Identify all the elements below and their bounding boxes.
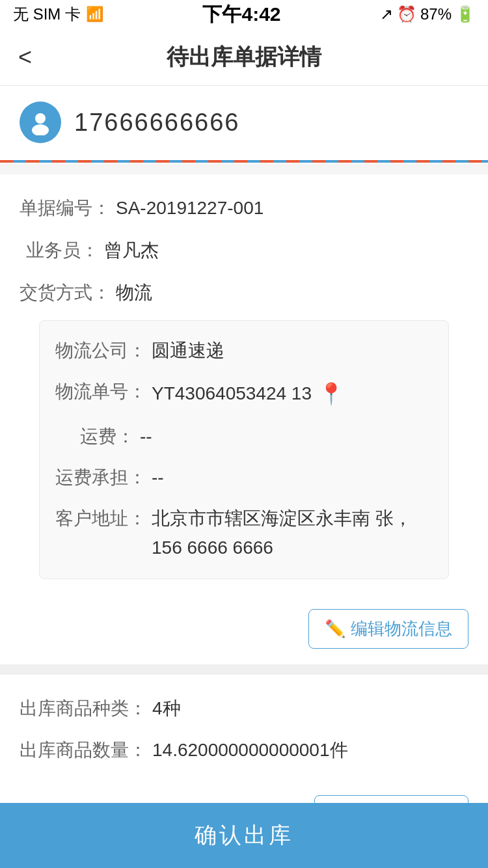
edit-icon: ✏️ [325,619,346,639]
document-value: SA-20191227-001 [116,194,468,223]
delivery-label: 交货方式： [20,278,116,308]
goods-section: 出库商品种类： 4种 出库商品数量： 14.620000000000001件 [0,675,488,785]
logistics-company-row: 物流公司： 圆通速递 [55,336,433,366]
location-status-icon: ↗ [380,5,393,23]
goods-quantity-label: 出库商品数量： [20,736,152,765]
logistics-company-value: 圆通速递 [152,336,433,366]
page-title: 待出库单据详情 [167,42,321,72]
map-pin-icon[interactable]: 📍 [318,377,344,411]
salesperson-row: 业务员： 曾凡杰 [20,236,468,265]
dashed-divider [0,159,488,164]
wifi-icon: 📶 [86,6,103,23]
back-button[interactable]: < [18,44,32,71]
battery-icon: 🔋 [455,5,475,23]
status-left: 无 SIM 卡 📶 [13,4,103,25]
logistics-tracking-value: YT43064053424 13 📍 [152,377,433,411]
goods-types-row: 出库商品种类： 4种 [20,694,468,724]
freight-value: -- [140,422,433,452]
document-label: 单据编号： [20,194,116,223]
freight-label: 运费： [55,422,140,452]
avatar-icon [27,109,53,135]
freight-row: 运费： -- [55,422,433,452]
salesperson-value: 曾凡杰 [104,236,468,265]
freight-bearer-value: -- [152,463,433,493]
battery-label: 87% [420,5,452,23]
logistics-tracking-row: 物流单号： YT43064053424 13 📍 [55,377,433,411]
edit-logistics-label: 编辑物流信息 [351,617,452,640]
salesperson-label: 业务员： [20,236,104,265]
goods-quantity-row: 出库商品数量： 14.620000000000001件 [20,736,468,765]
goods-types-label: 出库商品种类： [20,694,152,724]
delivery-row: 交货方式： 物流 [20,278,468,308]
svg-point-1 [32,124,49,135]
confirm-button-label: 确认出库 [195,821,293,850]
status-time: 下午4:42 [202,1,280,28]
page-content: 17666666666 单据编号： SA-20191227-001 业务员： 曾… [0,86,488,868]
address-value: 北京市市辖区海淀区永丰南 张，156 6666 6666 [152,504,433,563]
user-header: 17666666666 [0,86,488,159]
goods-quantity-value: 14.620000000000001件 [152,736,468,765]
logistics-card: 物流公司： 圆通速递 物流单号： YT43064053424 13 📍 运费： … [39,320,449,578]
carrier-label: 无 SIM 卡 [13,4,81,25]
nav-bar: < 待出库单据详情 [0,29,488,86]
address-row: 客户地址： 北京市市辖区海淀区永丰南 张，156 6666 6666 [55,504,433,563]
logistics-company-label: 物流公司： [55,336,152,366]
svg-point-0 [35,113,46,124]
status-right: ↗ ⏰ 87% 🔋 [380,5,475,23]
alarm-icon: ⏰ [397,5,416,23]
goods-types-value: 4种 [152,694,468,724]
address-label: 客户地址： [55,504,152,534]
order-info-section: 单据编号： SA-20191227-001 业务员： 曾凡杰 交货方式： 物流 … [0,174,488,599]
delivery-value: 物流 [116,278,468,308]
confirm-button[interactable]: 确认出库 [0,803,488,868]
avatar [20,102,61,143]
section-divider [0,664,488,675]
edit-btn-container: ✏️ 编辑物流信息 [0,599,488,664]
status-bar: 无 SIM 卡 📶 下午4:42 ↗ ⏰ 87% 🔋 [0,0,488,29]
edit-logistics-button[interactable]: ✏️ 编辑物流信息 [308,609,468,649]
freight-bearer-label: 运费承担： [55,463,152,493]
freight-bearer-row: 运费承担： -- [55,463,433,493]
logistics-tracking-label: 物流单号： [55,377,152,407]
user-phone: 17666666666 [74,109,239,137]
document-row: 单据编号： SA-20191227-001 [20,194,468,223]
